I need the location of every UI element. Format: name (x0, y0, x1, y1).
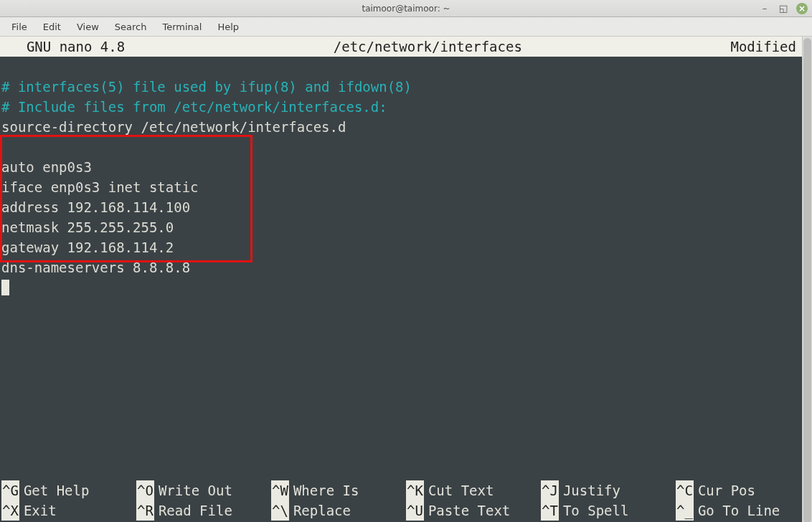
shortcut-replace: ^\ Replace (271, 500, 406, 521)
shortcut-label: To Spell (559, 500, 629, 521)
shortcut-label: Get Help (19, 480, 90, 500)
close-icon[interactable]: × (796, 3, 808, 14)
shortcut-row-2: ^X Exit ^R Read File ^\ Replace ^U Paste… (1, 500, 811, 521)
shortcut-label: Justify (559, 480, 620, 500)
menu-terminal[interactable]: Terminal (155, 19, 209, 34)
terminal[interactable]: GNU nano 4.8 /etc/network/interfaces Mod… (0, 37, 812, 522)
keycap: ^\ (271, 500, 289, 521)
window-title: taimoor@taimoor: ~ (362, 4, 450, 14)
editor-line: iface enp0s3 inet static (1, 179, 199, 195)
keycap: ^X (1, 500, 19, 521)
shortcut-go-to-line: ^_ Go To Line (676, 500, 811, 521)
keycap: ^J (541, 480, 559, 500)
shortcut-row-1: ^G Get Help ^O Write Out ^W Where Is ^K … (1, 480, 811, 500)
editor-line: address 192.168.114.100 (1, 199, 190, 215)
keycap: ^W (271, 480, 289, 500)
window-controls: – ◱ × (759, 0, 808, 16)
menu-file[interactable]: File (4, 19, 34, 34)
shortcut-justify: ^J Justify (541, 480, 676, 500)
menu-help[interactable]: Help (210, 19, 246, 34)
editor-line: # Include files from /etc/network/interf… (1, 99, 387, 115)
minimize-icon[interactable]: – (759, 3, 770, 14)
nano-header: GNU nano 4.8 /etc/network/interfaces Mod… (0, 37, 812, 57)
keycap: ^K (406, 480, 424, 500)
editor-line: # interfaces(5) file used by ifup(8) and… (1, 79, 412, 95)
keycap: ^C (676, 480, 694, 500)
shortcut-to-spell: ^T To Spell (541, 500, 676, 521)
shortcut-exit: ^X Exit (1, 500, 136, 521)
shortcut-cut-text: ^K Cut Text (406, 480, 541, 500)
editor-line: gateway 192.168.114.2 (1, 239, 174, 255)
nano-status: Modified (730, 37, 802, 57)
keycap: ^U (406, 500, 424, 521)
shortcut-label: Cur Pos (694, 480, 755, 500)
vertical-scrollbar[interactable] (802, 37, 812, 522)
shortcut-label: Replace (289, 500, 351, 521)
shortcut-label: Write Out (154, 480, 232, 500)
window-titlebar: taimoor@taimoor: ~ – ◱ × (0, 0, 812, 17)
editor-line: auto enp0s3 (1, 159, 92, 175)
shortcut-label: Read File (154, 500, 232, 521)
keycap: ^T (541, 500, 559, 521)
menu-edit[interactable]: Edit (36, 19, 68, 34)
keycap: ^G (1, 480, 19, 500)
maximize-icon[interactable]: ◱ (778, 3, 789, 14)
shortcut-label: Cut Text (424, 480, 494, 500)
shortcut-label: Exit (19, 500, 57, 521)
shortcut-cur-pos: ^C Cur Pos (676, 480, 811, 500)
scrollbar-thumb[interactable] (803, 38, 811, 522)
shortcut-label: Paste Text (424, 500, 510, 521)
editor-line: dns-nameservers 8.8.8.8 (1, 260, 190, 275)
editor-line: source-directory /etc/network/interfaces… (1, 119, 346, 135)
shortcut-paste-text: ^U Paste Text (406, 500, 541, 521)
keycap: ^R (136, 500, 154, 521)
menubar: File Edit View Search Terminal Help (0, 17, 812, 37)
nano-shortcuts: ^G Get Help ^O Write Out ^W Where Is ^K … (0, 480, 812, 522)
shortcut-write-out: ^O Write Out (136, 480, 271, 500)
menu-search[interactable]: Search (108, 19, 154, 34)
shortcut-read-file: ^R Read File (136, 500, 271, 521)
text-cursor (1, 280, 9, 295)
editor-body[interactable]: # interfaces(5) file used by ifup(8) and… (0, 57, 812, 318)
editor-line: netmask 255.255.255.0 (1, 219, 174, 235)
shortcut-label: Where Is (289, 480, 359, 500)
shortcut-label: Go To Line (694, 500, 780, 521)
menu-view[interactable]: View (70, 19, 106, 34)
shortcut-get-help: ^G Get Help (1, 480, 136, 500)
nano-filename: /etc/network/interfaces (125, 37, 730, 57)
nano-app-name: GNU nano 4.8 (10, 37, 125, 57)
keycap: ^O (136, 480, 154, 500)
shortcut-where-is: ^W Where Is (271, 480, 406, 500)
keycap: ^_ (676, 500, 694, 521)
